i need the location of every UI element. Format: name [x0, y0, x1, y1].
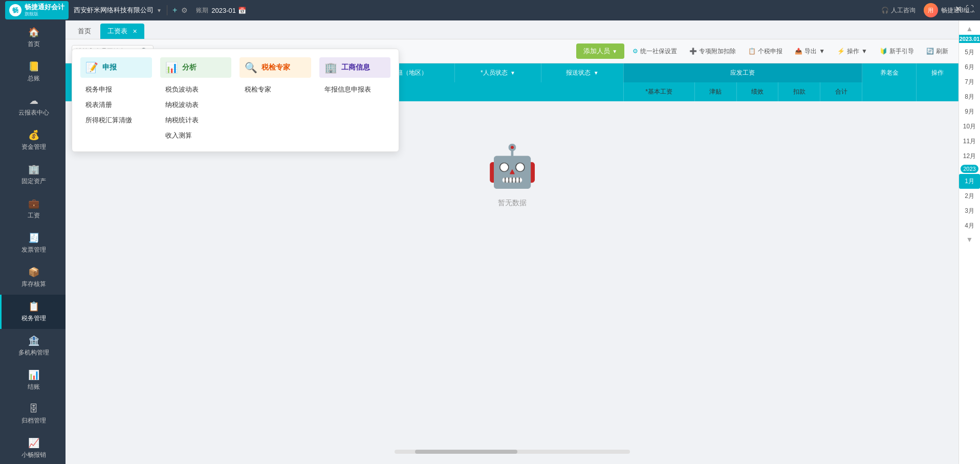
- sidebar-label-funds: 资金管理: [21, 143, 46, 151]
- month-8[interactable]: 8月: [959, 90, 980, 104]
- refresh-button[interactable]: 🔄 刷新: [922, 45, 952, 58]
- sidebar-item-salary[interactable]: 💼 工资: [0, 192, 66, 226]
- special-deduct-button[interactable]: ➕ 专项附加扣除: [685, 45, 740, 58]
- archive-icon: 🗄: [29, 404, 38, 414]
- menu-tax-burden[interactable]: 税负波动表: [160, 82, 232, 97]
- sidebar-item-funds[interactable]: 💰 资金管理: [0, 123, 66, 158]
- fullscreen-button[interactable]: ⛶: [966, 5, 974, 14]
- sidebar-item-archive[interactable]: 🗄 归档管理: [0, 397, 66, 431]
- menu-tax-table[interactable]: 税表清册: [80, 97, 152, 113]
- company-selector[interactable]: 西安虾米网络科技有限公司 ▼: [74, 6, 162, 15]
- business-icon: 🏢: [324, 61, 337, 74]
- sidebar-item-assets[interactable]: 🏢 固定资产: [0, 158, 66, 192]
- month-6[interactable]: 6月: [959, 60, 980, 75]
- category-analysis: 📊 分析 税负波动表 纳税波动表 纳税统计表 收入测算: [160, 57, 232, 143]
- category-apply: 📝 申报 税务申报 税表清册 所得税汇算清缴: [80, 57, 152, 143]
- sidebar-item-invoice[interactable]: 🧾 发票管理: [0, 226, 66, 260]
- category-business-header: 🏢 工商信息: [319, 57, 391, 78]
- report-status-filter-icon[interactable]: ▼: [594, 70, 599, 76]
- sub-col-base-salary: *基本工资: [623, 82, 694, 101]
- add-company-button[interactable]: +: [172, 6, 177, 15]
- operate-button[interactable]: ⚡ 操作 ▼: [833, 45, 872, 58]
- avatar: 用: [924, 3, 938, 17]
- empty-text: 暂无数据: [498, 198, 527, 208]
- menu-tax-stat[interactable]: 纳税统计表: [160, 113, 232, 128]
- sidebar-item-tax[interactable]: 📋 税务管理: [0, 295, 66, 329]
- month-4[interactable]: 4月: [959, 218, 980, 233]
- analysis-icon: 📊: [165, 61, 178, 74]
- month-5[interactable]: 5月: [959, 45, 980, 60]
- calendar-icon[interactable]: 📅: [238, 7, 246, 14]
- month-9[interactable]: 9月: [959, 104, 980, 119]
- menu-income-tax-calc[interactable]: 所得税汇算清缴: [80, 113, 152, 128]
- scrollbar-thumb[interactable]: [415, 450, 517, 454]
- cloud-icon: ☁: [29, 95, 38, 106]
- sidebar-item-report[interactable]: 📈 小畅报销: [0, 431, 66, 464]
- tab-close-salary[interactable]: ✕: [133, 28, 137, 34]
- operate-label: 操作: [847, 47, 859, 56]
- sidebar-label-salary: 工资: [28, 211, 40, 220]
- tax-icon: 📋: [28, 301, 39, 312]
- month-3[interactable]: 3月: [959, 204, 980, 218]
- month-7[interactable]: 7月: [959, 75, 980, 90]
- right-panel-down-arrow[interactable]: ▼: [964, 233, 975, 246]
- add-person-button[interactable]: 添加人员 ▼: [576, 43, 624, 59]
- sidebar-item-multi-org[interactable]: 🏦 多机构管理: [0, 329, 66, 363]
- dropdown-grid: 📝 申报 税务申报 税表清册 所得税汇算清缴 📊 分析 税负波动表 纳税波动表 …: [80, 57, 390, 143]
- menu-annual-report[interactable]: 年报信息申报表: [319, 82, 391, 97]
- sidebar-label-report: 小畅报销: [21, 451, 46, 459]
- sidebar-item-home[interactable]: 🏠 首页: [0, 20, 66, 55]
- social-security-button[interactable]: ⚙ 统一社保设置: [628, 45, 681, 58]
- tab-home[interactable]: 首页: [71, 24, 98, 39]
- tax-expert-icon: 🔍: [245, 61, 257, 74]
- guide-button[interactable]: 🔰 新手引导: [876, 45, 918, 58]
- col-emp-status: *人员状态 ▼: [454, 63, 541, 82]
- divider-1: [167, 5, 167, 15]
- inventory-icon: 📦: [28, 267, 39, 278]
- sub-col-deduction: 扣款: [778, 82, 820, 101]
- export-label: 导出: [804, 47, 817, 56]
- settings-button[interactable]: ⚙: [181, 6, 188, 14]
- month-1[interactable]: 1月: [959, 174, 980, 189]
- category-analysis-label: 分析: [182, 63, 197, 72]
- sidebar-label-archive: 归档管理: [21, 416, 46, 425]
- category-apply-label: 申报: [102, 63, 117, 72]
- sub-col-total: 合计: [820, 82, 862, 101]
- company-name: 西安虾米网络科技有限公司: [74, 6, 154, 15]
- tax-return-button[interactable]: 📋 个税申报: [744, 45, 787, 58]
- tab-salary-table[interactable]: 工资表 ✕: [100, 24, 144, 39]
- sidebar-item-ledger[interactable]: 📒 总账: [0, 55, 66, 89]
- right-panel: ▲ 2023.01 5月 6月 7月 8月 9月 10月 11月 12月 202…: [959, 20, 980, 464]
- sidebar-item-settle[interactable]: 📊 结账: [0, 363, 66, 397]
- app-logo[interactable]: 畅 畅捷通好会计 旗舰版: [5, 1, 69, 20]
- month-2[interactable]: 2月: [959, 189, 980, 204]
- export-button[interactable]: 📤 导出 ▼: [791, 45, 829, 58]
- horizontal-scrollbar[interactable]: [395, 450, 630, 454]
- period-label: 账期: [196, 6, 208, 15]
- sidebar-label-inventory: 库存核算: [21, 280, 46, 289]
- sidebar-label-settle: 结账: [28, 383, 40, 391]
- empty-icon: 🤖: [487, 142, 538, 190]
- home-icon: 🏠: [28, 27, 39, 38]
- tax-return-icon: 📋: [748, 48, 756, 55]
- app-sub: 旗舰版: [25, 11, 64, 17]
- month-10[interactable]: 10月: [959, 119, 980, 134]
- top-bar: 畅 畅捷通好会计 旗舰版 西安虾米网络科技有限公司 ▼ + ⚙ 账期 2023-…: [0, 0, 980, 20]
- menu-tax-report[interactable]: 税务申报: [80, 82, 152, 97]
- close-window-button[interactable]: ✕: [955, 4, 962, 14]
- month-11[interactable]: 11月: [959, 134, 980, 149]
- sub-col-ops: [917, 82, 959, 101]
- menu-tax-check[interactable]: 税检专家: [239, 82, 311, 97]
- emp-status-filter-icon[interactable]: ▼: [510, 70, 515, 76]
- headset-icon: 🎧: [881, 7, 889, 14]
- right-panel-up-arrow[interactable]: ▲: [964, 23, 975, 35]
- help-button[interactable]: 🎧 人工咨询: [881, 6, 916, 15]
- category-tax-expert: 🔍 税检专家 税检专家: [239, 57, 311, 143]
- special-deduct-icon: ➕: [689, 48, 697, 55]
- sidebar-item-cloud[interactable]: ☁ 云报表中心: [0, 89, 66, 123]
- menu-income-calc[interactable]: 收入测算: [160, 128, 232, 143]
- month-12[interactable]: 12月: [959, 149, 980, 164]
- menu-tax-wave[interactable]: 纳税波动表: [160, 97, 232, 113]
- sidebar-item-inventory[interactable]: 📦 库存核算: [0, 260, 66, 295]
- sidebar-label-assets: 固定资产: [21, 177, 46, 186]
